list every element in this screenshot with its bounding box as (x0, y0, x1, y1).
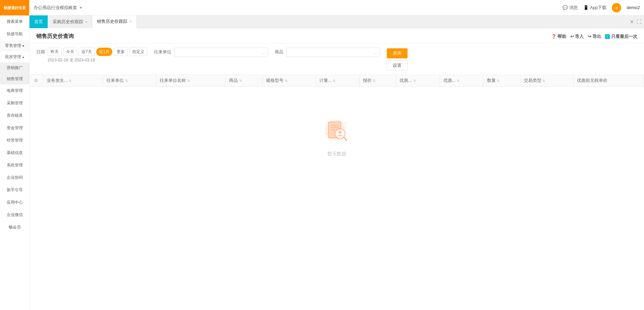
topbar-appdownload-action[interactable]: 📱 App下载 (583, 5, 606, 11)
avatar[interactable]: d (612, 3, 621, 12)
tab-purchase-close[interactable]: × (85, 20, 87, 24)
data-table: ⚙ 业务发生... ⇅ 往来单位 ⇅ 往来单位名称 ⇅ 商品 ⇅ (30, 75, 644, 87)
query-button[interactable]: 查询 (387, 48, 408, 58)
export-icon: ↪ (588, 34, 591, 39)
sidebar-item-retail[interactable]: 零售管理 ▾ (0, 40, 29, 51)
table-container: ⚙ 业务发生... ⇅ 往来单位 ⇅ 往来单位名称 ⇅ 商品 ⇅ (30, 75, 644, 177)
tab-home[interactable]: 首页 (30, 15, 48, 28)
svg-point-8 (339, 131, 341, 134)
sidebar-item-basic[interactable]: 基础信息 (0, 147, 29, 159)
tab-purchase-label: 采购历史价跟踪 (53, 19, 83, 25)
th-business-date[interactable]: 业务发生... ⇅ (43, 75, 103, 87)
sidebar-item-ecommerce[interactable]: 电商管理 (0, 85, 29, 97)
filter-partner-group: 往来单位 ... (154, 48, 268, 57)
only-last-label: 只看最后一次 (611, 34, 637, 40)
tab-sales-close[interactable]: × (129, 19, 131, 23)
topbar-message-action[interactable]: 💬 消息 (562, 5, 578, 11)
date-btn-custom[interactable]: 自定义 (129, 48, 147, 56)
import-icon: ↩ (570, 34, 574, 39)
th-quantity-label: 数量 ⇅ (487, 78, 500, 83)
date-btn-today[interactable]: 今天 (63, 48, 77, 56)
partner-label: 往来单位 (154, 48, 171, 55)
goods-label: 商品 (275, 48, 283, 55)
partner-dots-icon[interactable]: ... (260, 50, 265, 55)
th-quote[interactable]: 报价 ⇅ (359, 75, 396, 87)
tab-window-actions: ✕ ⛶ (627, 19, 644, 24)
sidebar-item-system[interactable]: 系统管理 (0, 159, 29, 171)
date-buttons: 昨天 今天 近7天 近1月 更多 自定义 (48, 48, 147, 56)
topbar-username: demo2 (627, 5, 640, 10)
topbar-left: 办公用品行业模拟账套 ▾ (34, 5, 82, 11)
import-label: 导入 (575, 34, 584, 40)
th-transaction-type[interactable]: 交易类型 ⇅ (520, 75, 574, 87)
page-title: 销售历史价查询 (36, 33, 74, 40)
th-discount2-label: 优惠... ⇅ (443, 78, 460, 83)
sidebar-item-sales[interactable]: 销售管理 (0, 73, 29, 85)
page-header: 销售历史价查询 ❓ 帮助 ↩ 导入 ↪ 导出 ✓ 只看最后一次 (30, 28, 644, 44)
help-icon: ❓ (551, 34, 556, 39)
th-partner-code-label: 往来单位 ⇅ (106, 78, 128, 83)
date-btn-more[interactable]: 更多 (114, 48, 128, 56)
sidebar-item-inventory[interactable]: 库存核算 (0, 109, 29, 122)
th-discount1-label: 优惠... ⇅ (399, 78, 416, 83)
gear-icon[interactable]: ⚙ (34, 78, 38, 83)
checkbox-icon: ✓ (605, 34, 610, 39)
help-action[interactable]: ❓ 帮助 (551, 34, 566, 40)
topbar-right: 💬 消息 📱 App下载 d demo2 (562, 3, 640, 12)
tab-sales-label: 销售历史价跟踪 (97, 18, 127, 24)
th-goods[interactable]: 商品 ⇅ (226, 75, 263, 87)
window-maximize-button[interactable]: ⛶ (637, 19, 641, 24)
topbar: 办公用品行业模拟账套 ▾ 💬 消息 📱 App下载 d demo2 (30, 0, 644, 15)
sidebar-item-appstore[interactable]: 应用中心 (0, 196, 29, 209)
th-unit[interactable]: 计量... ⇅ (316, 75, 359, 87)
only-last-checkbox[interactable]: ✓ 只看最后一次 (605, 34, 637, 40)
th-quote-label: 报价 ⇅ (363, 78, 376, 83)
th-partner-name[interactable]: 往来单位名称 ⇅ (156, 75, 225, 87)
sidebar-item-purchase[interactable]: 采购管理 (0, 97, 29, 109)
export-action[interactable]: ↪ 导出 (588, 34, 601, 40)
date-btn-yesterday[interactable]: 昨天 (48, 48, 62, 56)
sidebar-item-member[interactable]: 畅会员 (0, 221, 29, 234)
topbar-dropdown-icon[interactable]: ▾ (80, 5, 82, 10)
th-unit-label: 计量... ⇅ (319, 78, 335, 83)
tab-purchase-history[interactable]: 采购历史价跟踪 × (48, 15, 92, 28)
sidebar-item-marketing[interactable]: 营销推广 (0, 62, 29, 73)
chevron-up-icon: ▴ (22, 55, 24, 59)
sidebar-item-guide[interactable]: 新手引导 (0, 184, 29, 196)
goods-input-wrapper[interactable]: ... (286, 48, 380, 57)
empty-illustration: ✦ ✦ (320, 113, 354, 147)
date-btn-1month[interactable]: 近1月 (96, 48, 113, 56)
sidebar-item-wechat[interactable]: 企业微信 (0, 209, 29, 221)
th-partner-code[interactable]: 往来单位 ⇅ (103, 75, 156, 87)
th-pretax-price[interactable]: 优惠前无税单价 (574, 75, 644, 87)
import-action[interactable]: ↩ 导入 (570, 34, 584, 40)
th-goods-label: 商品 ⇅ (229, 78, 242, 83)
sidebar-item-operations[interactable]: 经营管理 (0, 134, 29, 147)
date-label: 日期 (36, 48, 45, 55)
partner-input[interactable] (177, 50, 260, 55)
tab-sales-history[interactable]: 销售历史价跟踪 × (92, 15, 137, 28)
sidebar-item-enterprise[interactable]: 企业协同 (0, 171, 29, 184)
date-range-display: 2023-02-18 至 2023-03-18 (48, 57, 147, 63)
filter-goods-group: 商品 ... (275, 48, 380, 57)
sidebar-item-wholesale[interactable]: 批发管理 ▴ (0, 51, 29, 62)
sidebar-item-search[interactable]: 搜索菜单 (0, 15, 29, 28)
th-spec[interactable]: 规格型号 ⇅ (262, 75, 316, 87)
app-logo-text: 畅捷通好生意 (4, 5, 26, 10)
sidebar-item-finance[interactable]: 资金管理 (0, 122, 29, 134)
app-logo: 畅捷通好生意 (0, 0, 29, 15)
window-close-button[interactable]: ✕ (630, 19, 634, 24)
date-btn-7days[interactable]: 近7天 (78, 48, 95, 56)
export-label: 导出 (592, 34, 601, 40)
th-discount1[interactable]: 优惠... ⇅ (396, 75, 440, 87)
goods-dots-icon[interactable]: ... (372, 50, 377, 55)
th-transaction-type-label: 交易类型 ⇅ (524, 78, 545, 83)
th-quantity[interactable]: 数量 ⇅ (483, 75, 520, 87)
partner-input-wrapper[interactable]: ... (174, 48, 268, 57)
sidebar-item-quicknav[interactable]: 快捷导航 (0, 28, 29, 40)
goods-input[interactable] (289, 50, 372, 55)
th-discount2[interactable]: 优惠... ⇅ (440, 75, 483, 87)
filter-date-group: 日期 昨天 今天 近7天 近1月 更多 自定义 2023-02-18 至 202… (36, 48, 147, 63)
setting-button[interactable]: 设置 (387, 60, 408, 70)
th-gear: ⚙ (30, 75, 43, 87)
